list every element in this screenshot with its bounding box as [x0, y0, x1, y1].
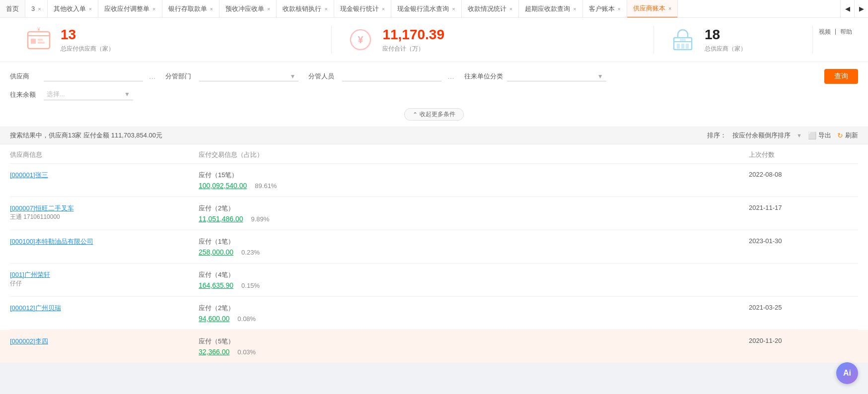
summary-info-suppliers-payable: 13 总应付供应商（家） — [61, 26, 114, 54]
filter-category: 往来单位分类 ▼ — [464, 72, 606, 81]
summary-card-total-suppliers: 18 总供应商（家） — [654, 26, 813, 54]
row4-payable-pct: 0.15% — [241, 282, 260, 289]
search-button[interactable]: 查询 — [824, 69, 858, 84]
row3-supplier-link[interactable]: [000100]本特勒油品有限公司 — [10, 237, 199, 246]
nav-tab-collection-label: 收款核销执行 — [283, 4, 321, 13]
row1-supplier-link[interactable]: [000001]张三 — [10, 171, 199, 180]
nav-tab-adjust-close[interactable]: × — [152, 6, 155, 12]
dept-chevron-icon: ▼ — [289, 73, 295, 80]
col-header-supplier: 供应商信息 — [10, 150, 199, 159]
nav-tab-3[interactable]: 3 × — [25, 0, 48, 18]
row1-payable-amount-row: 100,092,540.00 89.61% — [199, 182, 749, 190]
row2-payable-pct: 9.89% — [251, 215, 270, 223]
row6-payable-amount[interactable]: 32,366.00 — [199, 348, 229, 356]
row5-lastpay-date: 2021-03-25 — [749, 304, 782, 311]
row6-supplier: [000002]李四 — [10, 337, 199, 346]
nav-tab-overdue-close[interactable]: × — [573, 6, 576, 12]
row2-supplier-link[interactable]: [000007]恒旺二手叉车 — [10, 204, 199, 213]
svg-rect-9 — [681, 44, 684, 49]
row1-lastpay-date: 2022-08-08 — [749, 171, 782, 178]
row1-payable-amount[interactable]: 100,092,540.00 — [199, 182, 247, 190]
sort-select[interactable]: 按应付余额倒序排序 — [732, 131, 791, 140]
col-header-lastpay: 上次付数 — [749, 150, 858, 159]
collapse-button[interactable]: ⌃ 收起更多条件 — [404, 108, 464, 121]
nav-tab-home[interactable]: 首页 — [0, 0, 25, 18]
nav-tab-collection-stats[interactable]: 收款情况统计 × — [462, 0, 519, 18]
nav-tab-customer-account-close[interactable]: × — [618, 6, 621, 12]
help-link[interactable]: 帮助 — [840, 28, 852, 36]
nav-tab-prepay[interactable]: 预收冲应收单 × — [219, 0, 277, 18]
nav-tab-other-income-close[interactable]: × — [89, 6, 92, 12]
result-bar-right: 排序： 按应付余额倒序排序 ▼ ⬜ 导出 ↻ 刷新 — [707, 131, 858, 140]
nav-tab-collection-stats-close[interactable]: × — [509, 6, 512, 12]
nav-tab-cashbank-flow-close[interactable]: × — [452, 6, 455, 12]
nav-tab-cashbank-flow[interactable]: 现金银行流水查询 × — [391, 0, 461, 18]
export-button[interactable]: ⬜ 导出 — [808, 131, 831, 140]
filter-area: 供应商 ... 分管部门 ▼ 分管人员 ... 往来单位分类 ▼ 查询 — [0, 62, 868, 127]
supplier-dots[interactable]: ... — [149, 72, 155, 81]
nav-tab-adjust[interactable]: 应收应付调整单 × — [98, 0, 162, 18]
row5-payable-amount[interactable]: 94,600.00 — [199, 315, 229, 323]
category-select[interactable]: ▼ — [507, 72, 606, 81]
nav-tab-collection[interactable]: 收款核销执行 × — [277, 0, 334, 18]
collapse-bar: ⌃ 收起更多条件 — [10, 105, 858, 122]
dept-select[interactable]: ▼ — [199, 72, 298, 81]
supplier-input[interactable] — [44, 71, 143, 81]
nav-tab-cashbank-stats-label: 现金银行统计 — [340, 4, 379, 13]
row5-payable-amount-row: 94,600.00 0.08% — [199, 315, 749, 323]
balance-select[interactable]: 选择... ▼ — [44, 89, 133, 100]
row2-payable-amount[interactable]: 11,051,486.00 — [199, 215, 243, 223]
nav-tab-3-label: 3 — [31, 5, 35, 12]
nav-tab-cashbank-stats[interactable]: 现金银行统计 × — [334, 0, 391, 18]
nav-tab-customer-account[interactable]: 客户账本 × — [583, 0, 627, 18]
row1-payable-title: 应付（15笔） — [199, 171, 749, 180]
nav-tab-collection-stats-label: 收款情况统计 — [468, 4, 506, 13]
nav-tab-bank[interactable]: 银行存取款单 × — [162, 0, 219, 18]
nav-tab-collection-close[interactable]: × — [324, 6, 327, 12]
row3-payable-pct: 0.23% — [241, 249, 260, 256]
svg-rect-10 — [686, 44, 689, 49]
export-icon: ⬜ — [808, 131, 816, 139]
nav-tab-supplier-account[interactable]: 供应商账本 × — [627, 0, 678, 18]
nav-arrow-right[interactable]: ▶ — [854, 0, 868, 18]
row5-supplier-link[interactable]: [000012]广州贝瑞 — [10, 304, 199, 313]
top-navigation: 首页 3 × 其他收入单 × 应收应付调整单 × 银行存取款单 × 预收冲应收单… — [0, 0, 868, 18]
video-link[interactable]: 视频 — [819, 28, 831, 36]
row3-payable-amount[interactable]: 258,000.00 — [199, 248, 233, 256]
nav-tab-supplier-account-close[interactable]: × — [668, 5, 671, 11]
row6-lastpay-date: 2020-11-20 — [749, 337, 782, 344]
summary-info-total-suppliers: 18 总供应商（家） — [705, 26, 746, 54]
nav-tab-cashbank-stats-close[interactable]: × — [382, 6, 385, 12]
row4-payable: 应付（4笔） 164,635.90 0.15% — [199, 270, 749, 289]
refresh-button[interactable]: ↻ 刷新 — [837, 131, 858, 140]
svg-rect-11 — [680, 39, 686, 42]
person-input[interactable] — [342, 71, 441, 81]
nav-arrow-left[interactable]: ◀ — [840, 0, 854, 18]
nav-tab-adjust-label: 应收应付调整单 — [104, 4, 149, 13]
nav-tab-prepay-close[interactable]: × — [267, 6, 270, 12]
person-dots[interactable]: ... — [447, 72, 454, 81]
result-summary-text: 搜索结果中，供应商13家 应付金额 111,703,854.00元 — [10, 131, 162, 140]
category-chevron-icon: ▼ — [597, 73, 603, 80]
nav-tab-overdue[interactable]: 超期应收款查询 × — [519, 0, 582, 18]
table-row: [000012]广州贝瑞 应付（2笔） 94,600.00 0.08% 2021… — [10, 297, 858, 330]
row5-payable-title: 应付（2笔） — [199, 304, 749, 313]
filter-row-2: 往来余额 选择... ▼ — [10, 89, 858, 100]
nav-tab-3-close[interactable]: × — [38, 6, 41, 12]
summary-bar: ¥ 13 总应付供应商（家） ¥ 11,170.39 应付合计（万） — [0, 18, 868, 62]
refresh-label: 刷新 — [845, 131, 858, 140]
row5-lastpay: 2021-03-25 — [749, 304, 858, 311]
summary-label-total-suppliers: 总供应商（家） — [705, 45, 746, 53]
balance-label: 往来余额 — [10, 90, 40, 99]
svg-text:¥: ¥ — [37, 27, 40, 32]
row4-supplier-link[interactable]: [001]广州荣轩 — [10, 270, 199, 279]
row3-payable: 应付（1笔） 258,000.00 0.23% — [199, 237, 749, 256]
nav-tab-other-income[interactable]: 其他收入单 × — [48, 0, 98, 18]
row6-payable: 应付（5笔） 32,366.00 0.03% — [199, 337, 749, 356]
row6-payable-amount-row: 32,366.00 0.03% — [199, 348, 749, 356]
row6-supplier-link[interactable]: [000002]李四 — [10, 337, 199, 346]
filter-dept: 分管部门 ▼ — [165, 72, 298, 81]
row4-payable-title: 应付（4笔） — [199, 270, 749, 279]
row4-payable-amount[interactable]: 164,635.90 — [199, 281, 233, 289]
nav-tab-bank-close[interactable]: × — [210, 6, 213, 12]
